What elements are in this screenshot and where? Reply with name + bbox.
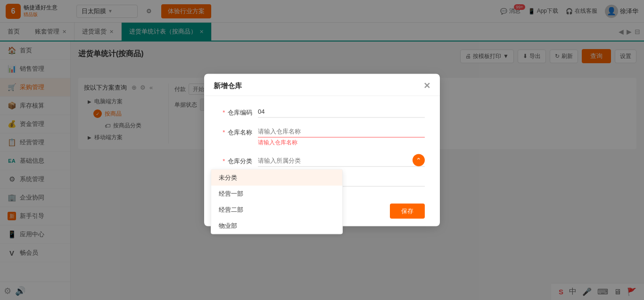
category-input-row: ⌃ — [258, 154, 425, 167]
form-row-name: * 仓库名称 请输入仓库名称 — [219, 125, 425, 147]
save-button[interactable]: 保存 — [390, 204, 425, 219]
category-label: * 仓库分类 — [219, 154, 252, 166]
dropdown-item-dept1[interactable]: 经营一部 — [211, 186, 342, 202]
modal-header: 新增仓库 ✕ — [204, 74, 440, 96]
req-mark3: * — [223, 158, 225, 165]
modal-title: 新增仓库 — [214, 81, 242, 90]
category-wrapper: ⌃ 未分类 经营一部 经营二部 物业部 — [258, 154, 425, 167]
form-row-code: * 仓库编码 — [219, 106, 425, 118]
category-input[interactable] — [258, 154, 413, 166]
form-row-category: * 仓库分类 ⌃ 未分类 经营一部 经营二部 物业部 — [219, 154, 425, 167]
code-label: * 仓库编码 — [219, 106, 252, 117]
name-label: * 仓库名称 — [219, 125, 252, 137]
name-field-wrapper: 请输入仓库名称 — [258, 125, 425, 147]
modal-body: * 仓库编码 * 仓库名称 请输入仓库名称 * 仓库分类 — [204, 96, 440, 199]
category-toggle-button[interactable]: ⌃ — [413, 154, 425, 167]
warehouse-name-input[interactable] — [258, 125, 425, 138]
modal-close-button[interactable]: ✕ — [423, 81, 430, 91]
name-error-msg: 请输入仓库名称 — [258, 139, 425, 147]
req-mark2: * — [223, 129, 225, 136]
dropdown-item-property[interactable]: 物业部 — [211, 218, 342, 234]
warehouse-code-input[interactable] — [258, 106, 425, 118]
new-warehouse-modal: 新增仓库 ✕ * 仓库编码 * 仓库名称 请输入仓库名称 * — [204, 74, 440, 226]
dropdown-item-dept2[interactable]: 经营二部 — [211, 202, 342, 218]
dropdown-item-uncategorized[interactable]: 未分类 — [211, 170, 342, 186]
req-mark: * — [223, 109, 225, 116]
category-dropdown: 未分类 经营一部 经营二部 物业部 — [211, 169, 343, 234]
